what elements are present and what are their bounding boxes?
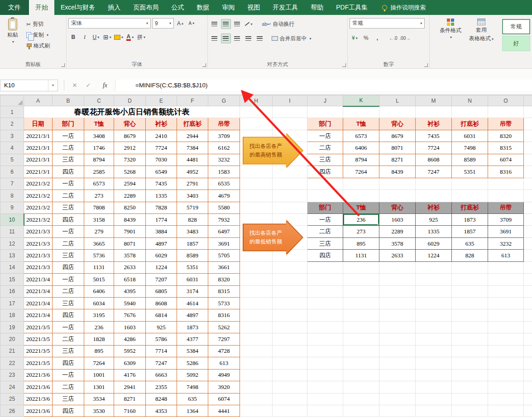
- cell-A15[interactable]: 20221/3/4: [24, 274, 53, 285]
- fill-color-button[interactable]: ▾: [114, 32, 124, 42]
- cell-B16[interactable]: 二店: [53, 285, 84, 297]
- cell-G8[interactable]: 4679: [208, 190, 240, 202]
- cell-M9[interactable]: 衬衫: [416, 202, 452, 213]
- cell-B17[interactable]: 三店: [53, 298, 84, 309]
- cell-B8[interactable]: 二店: [53, 190, 84, 202]
- cell-J14[interactable]: [307, 261, 343, 273]
- cell-B6[interactable]: 四店: [53, 166, 84, 178]
- cell-K20[interactable]: [343, 333, 379, 345]
- cell-H1[interactable]: [240, 106, 273, 118]
- cell-D8[interactable]: 2289: [114, 190, 146, 202]
- row-header-16[interactable]: 16: [0, 285, 24, 297]
- cell-H8[interactable]: [240, 190, 273, 202]
- cell-D9[interactable]: 8250: [114, 202, 146, 213]
- cell-O20[interactable]: [488, 333, 524, 345]
- cell-J10[interactable]: 一店: [307, 213, 343, 225]
- cell-O24[interactable]: [488, 381, 524, 393]
- cell-O13[interactable]: 613: [488, 250, 524, 261]
- align-center-button[interactable]: [221, 33, 231, 43]
- cell-J16[interactable]: [307, 285, 343, 297]
- top-align-button[interactable]: [210, 19, 220, 29]
- cell-H15[interactable]: [240, 274, 273, 285]
- cell-E16[interactable]: 6805: [146, 285, 177, 297]
- col-header-M[interactable]: M: [416, 95, 452, 106]
- cell-F25[interactable]: 635: [177, 393, 208, 405]
- cell-J22[interactable]: [307, 357, 343, 369]
- cell-I14[interactable]: [273, 261, 307, 273]
- cell-E23[interactable]: 6663: [146, 369, 177, 381]
- cell-J25[interactable]: [307, 393, 343, 405]
- cell-A16[interactable]: 20221/3/4: [24, 285, 53, 297]
- cell-E6[interactable]: 6549: [146, 166, 177, 178]
- cell-B22[interactable]: 四店: [53, 357, 84, 369]
- cell-H14[interactable]: [240, 261, 273, 273]
- cell-H9[interactable]: [240, 202, 273, 213]
- cell-F20[interactable]: 4377: [177, 333, 208, 345]
- cell-C8[interactable]: 273: [84, 190, 114, 202]
- cell-N4[interactable]: 7498: [452, 142, 488, 154]
- cell-L14[interactable]: [379, 261, 416, 273]
- col-header-A[interactable]: A: [24, 95, 53, 106]
- cell-L12[interactable]: 3578: [379, 237, 416, 249]
- cell-A2[interactable]: 日期: [24, 118, 53, 130]
- cell-L10[interactable]: 1603: [379, 213, 416, 225]
- cell-D12[interactable]: 8071: [114, 237, 146, 249]
- cell-J3[interactable]: 一店: [307, 130, 343, 142]
- cell-N19[interactable]: [452, 321, 488, 333]
- cell-K26[interactable]: [343, 405, 379, 417]
- cell-K8[interactable]: [343, 190, 379, 202]
- cell-L9[interactable]: 背心: [379, 202, 416, 213]
- cell-L1[interactable]: [379, 106, 416, 118]
- cell-J8[interactable]: [307, 190, 343, 202]
- cell-D14[interactable]: 2633: [114, 261, 146, 273]
- cell-E18[interactable]: 6814: [146, 309, 177, 321]
- cell-D15[interactable]: 6518: [114, 274, 146, 285]
- cell-M17[interactable]: [416, 298, 452, 309]
- tab-home[interactable]: 开始: [29, 0, 54, 15]
- cell-F24[interactable]: 7498: [177, 381, 208, 393]
- row-header-25[interactable]: 25: [0, 393, 24, 405]
- cell-L2[interactable]: 背心: [379, 118, 416, 130]
- cell-C12[interactable]: 3665: [84, 237, 114, 249]
- cell-E10[interactable]: 1774: [146, 213, 177, 225]
- cell-G14[interactable]: 3661: [208, 261, 240, 273]
- cell-F26[interactable]: 1364: [177, 405, 208, 417]
- font-size-select[interactable]: 9▾: [152, 18, 174, 28]
- cell-A11[interactable]: 20221/3/3: [24, 226, 53, 237]
- cell-H2[interactable]: [240, 118, 273, 130]
- cell-N18[interactable]: [452, 309, 488, 321]
- cell-B11[interactable]: 一店: [53, 226, 84, 237]
- cell-A19[interactable]: 20221/3/5: [24, 321, 53, 333]
- decrease-indent-button[interactable]: [244, 33, 254, 43]
- select-all-corner[interactable]: [0, 95, 24, 106]
- cell-E24[interactable]: 2355: [146, 381, 177, 393]
- cell-O18[interactable]: [488, 309, 524, 321]
- cell-J12[interactable]: 三店: [307, 237, 343, 249]
- col-header-L[interactable]: L: [379, 95, 416, 106]
- cell-E14[interactable]: 1224: [146, 261, 177, 273]
- cell-J6[interactable]: 四店: [307, 166, 343, 178]
- cell-M22[interactable]: [416, 357, 452, 369]
- cell-J26[interactable]: [307, 405, 343, 417]
- cell-G10[interactable]: 7932: [208, 213, 240, 225]
- cell-O4[interactable]: 8315: [488, 142, 524, 154]
- cell-A24[interactable]: 20221/3/6: [24, 381, 53, 393]
- cell-I21[interactable]: [273, 345, 307, 357]
- cell-G21[interactable]: 4728: [208, 345, 240, 357]
- cell-G20[interactable]: 7297: [208, 333, 240, 345]
- cell-L7[interactable]: [379, 178, 416, 190]
- cell-I9[interactable]: [273, 202, 307, 213]
- cell-N21[interactable]: [452, 345, 488, 357]
- cell-K23[interactable]: [343, 369, 379, 381]
- cell-G23[interactable]: 4949: [208, 369, 240, 381]
- cell-H18[interactable]: [240, 309, 273, 321]
- row-header-26[interactable]: 26: [0, 405, 24, 417]
- cell-K10[interactable]: 236: [343, 213, 379, 225]
- tab-file[interactable]: 文件: [0, 0, 29, 15]
- cell-C3[interactable]: 3408: [84, 130, 114, 142]
- row-header-17[interactable]: 17: [0, 298, 24, 309]
- cell-C22[interactable]: 7264: [84, 357, 114, 369]
- cell-C26[interactable]: 3530: [84, 405, 114, 417]
- cell-C21[interactable]: 895: [84, 345, 114, 357]
- tell-me-search[interactable]: 操作说明搜索: [382, 0, 426, 15]
